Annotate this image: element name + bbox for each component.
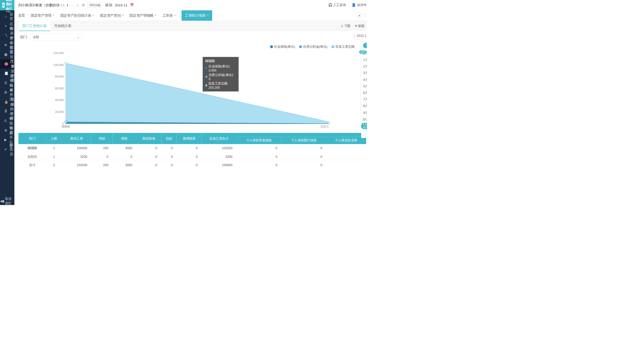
chart-tooltip: 嗯嗯嗯 社会保险(单位): 3,000住房公积金(单位): 0应发工资总额: 1…	[203, 57, 238, 92]
tab-4[interactable]: 固定资产明细账✕	[129, 13, 157, 18]
salary-chart: 020,00040,00060,00080,000100,000120,000嗯…	[23, 52, 362, 128]
switch-version-button[interactable]: 切到旧版	[88, 3, 103, 8]
account-name: 刘小艳演示账套（勿删勿动！）1	[18, 3, 68, 7]
svg-text:60,000: 60,000	[55, 87, 64, 90]
unpin-icon: ◀▮	[0, 199, 4, 203]
sidebar-icon-6: 🧾	[4, 71, 8, 75]
chart-area: 社会保险(单位)住房公积金(单位)应发工资总额 020,00040,00060,…	[14, 43, 367, 128]
headset-icon: 🎧	[328, 3, 332, 7]
sidebar-icon-11: G	[4, 119, 7, 123]
legend-item[interactable]: 应发工资总额	[331, 45, 354, 49]
svg-text:20,000: 20,000	[55, 110, 64, 113]
table-row: 合计2103200200300000010640000	[18, 161, 366, 170]
sidebar-item-4[interactable]: ▦固定资产	[0, 50, 14, 59]
sidebar-unpin[interactable]: ◀▮ 取消固定	[0, 197, 14, 205]
dept-filter-select[interactable]: 全部 ⌄	[30, 34, 82, 40]
period-month[interactable]: 11月	[361, 123, 367, 129]
period-panel: 2023 ⌃ 12月1月2月3月4月5月6月7月8月9月10月11月 ⌄	[361, 41, 367, 138]
sidebar-icon-4: ▦	[4, 53, 7, 57]
period-month[interactable]: 7月	[363, 96, 367, 103]
period-month[interactable]: 2月	[363, 63, 367, 70]
account-dropdown-icon[interactable]: ⌄	[71, 4, 73, 7]
period-month[interactable]: 4月	[363, 76, 367, 83]
tabs-row: 首页固定资产管理✕固定资产折旧统计表✕固定资产类别✕固定资产明细账✕工资表✕工资…	[14, 10, 367, 21]
sidebar-icon-12: ⚙	[4, 128, 7, 133]
dept-filter-label: 部门:	[20, 35, 28, 39]
table-row: 总经办1320000000320000	[18, 152, 366, 161]
tab-0[interactable]: 首页	[18, 13, 25, 18]
subtab-0[interactable]: 部门工资统计表	[19, 21, 50, 31]
period-month[interactable]: 3月	[363, 70, 367, 76]
sidebar-item-14[interactable]: ✔畅会员	[0, 145, 14, 154]
calendar-icon[interactable]: 📅	[130, 3, 134, 7]
table-subheader: 个人承担医疗保险	[281, 137, 326, 144]
sidebar-item-0[interactable]: ⌂首页	[0, 12, 14, 21]
table-header: 新增咳基	[177, 133, 201, 144]
period-month[interactable]: 6月	[363, 90, 367, 96]
tab-6[interactable]: 工资统计报表✕	[181, 10, 212, 21]
period-month[interactable]: 9月	[363, 109, 367, 116]
refresh-button[interactable]: ⟳ 刷新	[355, 24, 365, 28]
logo: ⊕ 畅捷通好会计 专业版	[0, 0, 14, 10]
sidebar: ⊕ 畅捷通好会计 专业版 ⌂首页≡总账〽报表中心⊕资金管理▦固定资产👛工资🧾发票…	[0, 0, 14, 205]
filter-row: 部门: 全部 ⌄	[14, 31, 367, 43]
download-icon: ⤓	[341, 24, 343, 28]
salary-table[interactable]: 部门人数基本工资津贴绩效测试加项扣款新增咳基应发工资合计个人承担养老保险个人承担…	[18, 133, 366, 169]
tab-close-3[interactable]: ✕	[122, 14, 124, 17]
svg-text:40,000: 40,000	[55, 98, 64, 101]
svg-point-10	[65, 121, 67, 123]
period-panel-tab[interactable]: ▸ 2023.11	[355, 33, 367, 39]
sidebar-icon-9: 🔒	[4, 100, 8, 104]
table-header: 应发工资合计	[202, 133, 236, 144]
settings-icon[interactable]: ⚙	[82, 3, 85, 7]
user-menu[interactable]: 👤 徐泽华	[352, 3, 366, 7]
tab-5[interactable]: 工资表✕	[163, 13, 176, 18]
table-header: 基本工资	[62, 133, 91, 144]
table-subheader: 个人承担失业保	[326, 137, 366, 144]
sidebar-item-11[interactable]: G小畅报销	[0, 116, 14, 126]
table-header: 津贴	[91, 133, 113, 144]
legend-item[interactable]: 社会保险(单位)	[270, 45, 295, 49]
sidebar-icon-7: ☰	[4, 81, 7, 85]
logo-icon: ⊕	[2, 3, 5, 8]
chevron-right-icon: ▸	[353, 34, 357, 38]
consult-link[interactable]: 🎧 人工咨询	[328, 3, 346, 7]
add-account-icon[interactable]: ＋	[76, 3, 79, 7]
table-header: 测试加项	[136, 133, 161, 144]
sidebar-item-8[interactable]: ⊞税务管理	[0, 88, 14, 97]
subtab-1[interactable]: 月份统计表	[50, 21, 75, 31]
svg-text:0: 0	[62, 122, 64, 125]
period-scroll-up[interactable]: ⌃	[363, 43, 367, 48]
period-month[interactable]: 1月	[363, 57, 367, 63]
tab-close-4[interactable]: ✕	[155, 14, 156, 17]
sidebar-icon-0: ⌂	[4, 15, 7, 19]
period-month[interactable]: 10月	[362, 116, 367, 123]
svg-text:总经办: 总经办	[320, 125, 329, 128]
sidebar-icon-1: ≡	[4, 24, 7, 28]
download-button[interactable]: ⤓ 下载	[341, 24, 351, 28]
tab-1[interactable]: 固定资产管理✕	[31, 13, 55, 18]
tab-2[interactable]: 固定资产折旧统计表✕	[60, 13, 94, 18]
period-scroll-down[interactable]: ⌄	[363, 131, 367, 137]
tab-close-1[interactable]: ✕	[52, 14, 54, 17]
sidebar-icon-5: 👛	[4, 62, 8, 66]
fullscreen-icon[interactable]: ⛶	[364, 13, 367, 17]
svg-text:80,000: 80,000	[55, 75, 64, 78]
tab-3[interactable]: 固定资产类别✕	[100, 13, 124, 18]
tab-close-5[interactable]: ✕	[174, 14, 176, 17]
period-value: 2023-11	[115, 3, 127, 7]
logo-main: 畅捷通好会计	[6, 0, 14, 11]
table-row: 嗯嗯嗯1100000200300000010320000	[18, 144, 366, 152]
period-label: 账期	[105, 3, 112, 7]
legend-item[interactable]: 住房公积金(单位)	[299, 45, 328, 49]
header: 刘小艳演示账套（勿删勿动！）1 ⌄ ＋ ⚙ 切到旧版 账期 2023-11 📅 …	[14, 0, 367, 10]
table-header: 扣款	[161, 133, 177, 144]
sidebar-icon-10: 🗄	[4, 109, 8, 113]
period-month[interactable]: 5月	[363, 83, 367, 90]
svg-point-9	[65, 62, 67, 64]
tab-close-6[interactable]: ✕	[207, 14, 209, 17]
period-month[interactable]: 8月	[363, 103, 367, 109]
close-tabs-button[interactable]: ✕	[357, 13, 362, 18]
tab-close-2[interactable]: ✕	[92, 14, 94, 17]
svg-point-11	[328, 123, 330, 125]
